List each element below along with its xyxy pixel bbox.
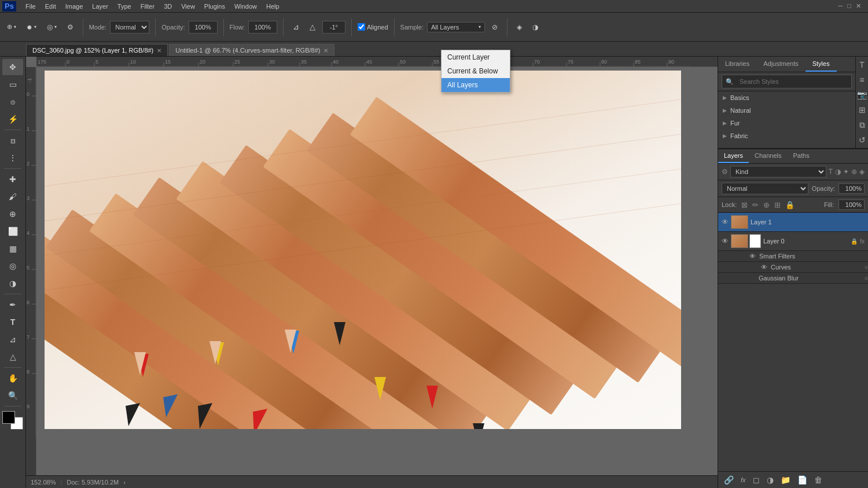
shape-tool[interactable]: △ xyxy=(2,349,23,365)
panel-icon-history[interactable]: ↺ xyxy=(856,134,868,146)
panel-icon-layers[interactable]: ⧉ xyxy=(856,119,868,131)
dd-current-below[interactable]: Current & Below xyxy=(442,64,510,78)
lasso-tool[interactable]: ⌾ xyxy=(2,94,23,110)
filter-adj-icon[interactable]: ◑ xyxy=(835,168,841,176)
tab-0-close[interactable]: ✕ xyxy=(157,47,161,54)
pen-tool[interactable]: ✒ xyxy=(2,297,23,313)
blend-mode-select[interactable]: Normal Multiply Screen xyxy=(722,183,808,194)
text-tool[interactable]: T xyxy=(2,314,23,330)
layer-0-eye[interactable]: 👁 xyxy=(722,237,729,245)
tab-styles[interactable]: Styles xyxy=(806,57,837,72)
new-layer-btn[interactable]: 📄 xyxy=(795,474,810,486)
menu-view[interactable]: View xyxy=(176,2,200,11)
layers-tab-channels[interactable]: Channels xyxy=(749,149,787,163)
menu-3d[interactable]: 3D xyxy=(159,2,176,11)
lock-artboard-icon[interactable]: ⊞ xyxy=(774,201,781,209)
flow-input[interactable] xyxy=(248,21,277,34)
menu-window[interactable]: Window xyxy=(230,2,262,11)
filter-smart-icon[interactable]: ◈ xyxy=(859,168,865,176)
style-category-natural[interactable]: ▶ Natural xyxy=(718,104,855,117)
dd-current-layer[interactable]: Current Layer xyxy=(442,50,510,64)
panel-icon-1[interactable]: T xyxy=(856,59,868,71)
aligned-checkbox-label[interactable]: Aligned xyxy=(358,23,388,31)
fill-value-input[interactable]: 100% xyxy=(838,199,865,210)
menu-image[interactable]: Image xyxy=(61,2,88,11)
layer-item-0[interactable]: 👁 Layer 0 🔒 fx xyxy=(718,232,868,251)
tool-icon-btn[interactable]: ⊕ ▾ xyxy=(3,21,20,33)
add-mask-btn[interactable]: ◻ xyxy=(751,474,762,486)
filter-kind-select[interactable]: Kind xyxy=(730,166,826,178)
menu-filter[interactable]: Filter xyxy=(136,2,159,11)
dodge-tool[interactable]: ◑ xyxy=(2,275,23,291)
gradient-tool[interactable]: ▦ xyxy=(2,241,23,257)
style-category-fabric[interactable]: ▶ Fabric xyxy=(718,130,855,142)
rect-select-tool[interactable]: ▭ xyxy=(2,76,23,93)
clone-src-btn[interactable]: ◈ xyxy=(513,21,525,34)
angle-input[interactable] xyxy=(322,21,345,34)
filter-type-icon[interactable]: T xyxy=(829,168,833,176)
move-tool[interactable]: ✥ xyxy=(2,59,23,75)
menu-plugins[interactable]: Plugins xyxy=(200,2,230,11)
panel-icon-grid[interactable]: ⊞ xyxy=(856,104,868,116)
color-swatches[interactable] xyxy=(2,411,23,430)
link-layers-btn[interactable]: 🔗 xyxy=(722,474,736,486)
dd-all-layers[interactable]: All Layers xyxy=(442,78,510,92)
brush-settings-btn[interactable]: ⚙ xyxy=(64,21,77,34)
status-arrow[interactable]: › xyxy=(123,479,126,486)
tab-adjustments[interactable]: Adjustments xyxy=(756,57,806,72)
opacity-input[interactable] xyxy=(189,21,218,34)
foreground-color-swatch[interactable] xyxy=(2,411,15,424)
style-category-basics[interactable]: ▶ Basics xyxy=(718,91,855,104)
opacity-value-input[interactable]: 100% xyxy=(838,183,865,194)
panel-icon-camera[interactable]: 📷 xyxy=(856,89,868,101)
layer-item-1[interactable]: 👁 Layer 1 xyxy=(718,213,868,232)
lock-position-icon[interactable]: ⊕ xyxy=(763,201,770,209)
eraser-tool[interactable]: ⬜ xyxy=(2,223,23,239)
tab-1[interactable]: Untitled-1 @ 66.7% (4.Curves-smart-filte… xyxy=(169,44,334,56)
close-btn[interactable]: ✕ xyxy=(856,2,861,10)
ignore-adj-btn[interactable]: ⊘ xyxy=(488,21,501,34)
gaussian-settings-icon[interactable]: ≡ xyxy=(865,275,868,282)
curves-eye[interactable]: 👁 xyxy=(761,264,767,271)
filter-mode-icon[interactable]: ⊕ xyxy=(851,168,857,176)
style-category-fur[interactable]: ▶ Fur xyxy=(718,117,855,130)
lock-pixel-icon[interactable]: ⊠ xyxy=(741,201,748,209)
pressure-btn[interactable]: △ xyxy=(306,20,319,34)
heal-mode-btn[interactable]: ◑ xyxy=(529,21,542,34)
lock-brush-icon[interactable]: ✏ xyxy=(752,201,759,209)
eyedropper-tool[interactable]: ⋮ xyxy=(2,150,23,166)
menu-file[interactable]: File xyxy=(21,2,41,11)
brush-size-btn[interactable]: ● ▾ xyxy=(23,20,40,35)
sample-dropdown-btn[interactable]: All Layers ▾ xyxy=(427,22,485,32)
minimize-btn[interactable]: ─ xyxy=(838,2,843,10)
mode-select[interactable]: Normal Multiply Screen xyxy=(110,21,149,34)
styles-search-input[interactable] xyxy=(736,76,848,87)
hand-tool[interactable]: ✋ xyxy=(2,370,23,386)
menu-layer[interactable]: Layer xyxy=(87,2,113,11)
layers-tab-layers[interactable]: Layers xyxy=(718,149,749,163)
path-select-tool[interactable]: ⊿ xyxy=(2,331,23,347)
filter-effect-icon[interactable]: ✦ xyxy=(843,168,849,176)
airbrush-btn[interactable]: ⊿ xyxy=(289,20,303,34)
blur-tool[interactable]: ◎ xyxy=(2,258,23,274)
menu-type[interactable]: Type xyxy=(113,2,136,11)
layer-1-eye[interactable]: 👁 xyxy=(722,218,729,226)
canvas-scroll-area[interactable] xyxy=(36,67,718,475)
aligned-checkbox[interactable] xyxy=(358,23,365,31)
menu-edit[interactable]: Edit xyxy=(41,2,61,11)
delete-layer-btn[interactable]: 🗑 xyxy=(812,474,825,486)
layers-tab-paths[interactable]: Paths xyxy=(788,149,815,163)
brush-hardness-btn[interactable]: ◎ ▾ xyxy=(43,21,60,34)
lock-all-icon[interactable]: 🔒 xyxy=(785,201,795,209)
tab-1-close[interactable]: ✕ xyxy=(323,47,328,54)
adjustment-layer-btn[interactable]: ◑ xyxy=(764,474,776,486)
smart-filters-eye[interactable]: 👁 xyxy=(749,253,756,260)
tab-libraries[interactable]: Libraries xyxy=(718,57,756,72)
new-group-btn[interactable]: 📁 xyxy=(778,474,793,486)
restore-btn[interactable]: □ xyxy=(847,2,851,10)
layer-fx-btn[interactable]: fx xyxy=(738,475,748,485)
menu-help[interactable]: Help xyxy=(262,2,284,11)
brush-tool[interactable]: 🖌 xyxy=(2,188,23,205)
panel-icon-2[interactable]: ≡ xyxy=(856,74,868,86)
crop-tool[interactable]: ⧈ xyxy=(2,132,23,149)
